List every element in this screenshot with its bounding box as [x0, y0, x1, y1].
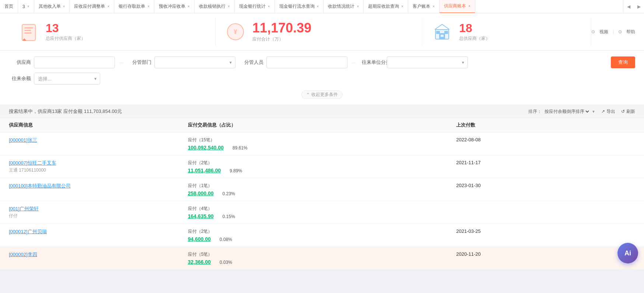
transaction-cell: 应付（1笔） 258,000.00 0.23%	[188, 183, 456, 196]
supplier-name-link[interactable]: [001]广州荣轩	[9, 206, 188, 212]
dept-select-wrapper: ▼	[154, 56, 235, 68]
transaction-cell: 应付（4笔） 164,635.90 0.15%	[188, 206, 456, 219]
nav-next-button[interactable]: ▶	[634, 0, 644, 13]
nav-tab-other-income-label: 其他收入单	[39, 3, 61, 10]
supplier-name-link[interactable]: [000007]恒旺二手叉车	[9, 160, 188, 166]
table-row: [000100]本特勤油品有限公司 应付（1笔） 258,000.00 0.23…	[0, 178, 644, 201]
summary-payable-total: ¥ 11,170.39 应付合计（万）	[216, 18, 422, 46]
nav-tab-overdue-label: 超期应收款查询	[368, 3, 399, 10]
supplier-filter-label: 供应商	[9, 59, 31, 66]
transaction-amount[interactable]: 258,000.00	[188, 190, 214, 196]
header-tx-info: 应付交易信息（占比）	[188, 122, 456, 128]
transaction-label: 应付（1笔）	[188, 183, 456, 189]
nav-tab-bank-deposit-label: 银行存取款单	[119, 3, 145, 10]
nav-prev-button[interactable]: ◀	[623, 0, 634, 13]
supplier-dots-icon[interactable]: ···	[119, 60, 123, 65]
video-icon: ⊙	[591, 29, 595, 34]
search-button[interactable]: 查询	[611, 56, 635, 68]
results-actions: 排序： 按应付余额倒序排序 ▼ ↗ 导出 ↺ 刷新	[528, 108, 635, 115]
help-icon: ⊙	[618, 29, 622, 34]
sort-select[interactable]: 按应付余额倒序排序	[543, 108, 590, 114]
refresh-icon: ↺	[621, 109, 625, 114]
close-icon[interactable]: ×	[107, 4, 109, 8]
divider: |	[613, 29, 614, 34]
close-icon[interactable]: ×	[468, 4, 470, 8]
transaction-pct: 0.23%	[223, 191, 235, 196]
supplier-name-link[interactable]: [000100]本特勤油品有限公司	[9, 183, 188, 189]
person-input[interactable]	[266, 56, 347, 68]
supplier-name-link[interactable]: [000001]张三	[9, 137, 188, 144]
transaction-row: 11,051,486.00 9.89%	[188, 167, 456, 173]
nav-tab-other-income[interactable]: 其他收入单 ×	[34, 0, 70, 13]
nav-tab-ar-adjust[interactable]: 应收应付调整单 ×	[70, 0, 114, 13]
transaction-amount[interactable]: 100,092,540.00	[188, 145, 224, 151]
refresh-button[interactable]: ↺ 刷新	[621, 108, 635, 115]
nav-tab-cash-bank-stat-label: 现金银行统计	[239, 3, 266, 10]
svg-text:¥: ¥	[234, 29, 237, 35]
transaction-label: 应付（4笔）	[188, 206, 456, 212]
summary-payable-suppliers-text: 13 总应付供应商（家）	[46, 22, 85, 42]
close-icon[interactable]: ×	[147, 4, 150, 8]
nav-tab-supplier-account-label: 供应商账本	[444, 3, 466, 9]
nav-tab-home[interactable]: 首页	[0, 0, 18, 13]
transaction-amount[interactable]: 32,366.00	[188, 259, 211, 265]
supplier-info-cell: [000002]李四	[9, 251, 188, 258]
last-payment-cell: 2020-11-20	[456, 251, 635, 257]
nav-tab-overdue[interactable]: 超期应收款查询 ×	[364, 0, 408, 13]
nav-tab-collection-stat[interactable]: 收款情况统计 ×	[323, 0, 364, 13]
help-link[interactable]: 帮助	[626, 29, 635, 35]
transaction-pct: 0.08%	[220, 237, 232, 242]
results-summary: 搜索结果中，供应商13家 应付金额 111,703,854.00元	[9, 108, 122, 115]
nav-tab-cash-bank-flow[interactable]: 现金银行流水查询 ×	[275, 0, 324, 13]
category-select[interactable]	[387, 56, 468, 68]
collapse-label: 收起更多条件	[311, 92, 338, 98]
nav-tab-collection[interactable]: 收款核销执行 ×	[195, 0, 235, 13]
close-icon[interactable]: ×	[63, 4, 65, 8]
transaction-cell: 应付（2笔） 94,600.00 0.08%	[188, 228, 456, 242]
balance-select[interactable]: 选择...	[34, 73, 100, 85]
payable-suppliers-label: 总应付供应商（家）	[46, 35, 85, 42]
nav-tab-bank-deposit[interactable]: 银行存取款单 ×	[114, 0, 154, 13]
coin-icon: ¥	[224, 21, 246, 43]
supplier-filter: 供应商 ···	[9, 56, 123, 68]
person-filter: 分管人员 ···	[241, 56, 356, 68]
supplier-name-link[interactable]: [000012]广州贝瑞	[9, 228, 188, 235]
collapse-button[interactable]: ⌃ 收起更多条件	[301, 90, 343, 99]
nav-tab-supplier-account[interactable]: 供应商账本 ×	[440, 0, 475, 13]
close-icon[interactable]: ×	[433, 4, 435, 8]
nav-tab-customer-account[interactable]: 客户账本 ×	[408, 0, 440, 13]
payable-total-label: 应付合计（万）	[252, 36, 311, 42]
video-link[interactable]: 视频	[599, 29, 608, 35]
transaction-pct: 0.03%	[220, 260, 232, 265]
transaction-label: 应付（15笔）	[188, 137, 456, 143]
svg-rect-3	[24, 32, 32, 34]
nav-tab-home-label: 首页	[4, 3, 13, 10]
last-payment-cell: 2023-01-30	[456, 183, 635, 188]
nav-tab-prepaid[interactable]: 预收冲应收单 ×	[154, 0, 195, 13]
transaction-amount[interactable]: 94,600.00	[188, 236, 211, 242]
nav-tab-cash-bank-stat[interactable]: 现金银行统计 ×	[235, 0, 275, 13]
close-icon[interactable]: ×	[228, 4, 230, 8]
ai-assistant-button[interactable]: Ai	[617, 243, 638, 263]
close-icon[interactable]: ×	[357, 4, 359, 8]
nav-tab-cash-bank-flow-label: 现金银行流水查询	[279, 3, 315, 10]
export-button[interactable]: ↗ 导出	[601, 108, 615, 115]
close-icon[interactable]: ×	[401, 4, 403, 8]
transaction-amount[interactable]: 11,051,486.00	[188, 168, 221, 173]
supplier-input[interactable]	[34, 56, 115, 68]
close-icon[interactable]: ×	[27, 4, 29, 8]
close-icon[interactable]: ×	[188, 4, 190, 8]
refresh-label: 刷新	[626, 108, 635, 115]
close-icon[interactable]: ×	[317, 4, 319, 8]
supplier-name-link[interactable]: [000002]李四	[9, 251, 188, 258]
supplier-info-cell: [000012]广州贝瑞	[9, 228, 188, 235]
chevron-up-icon: ⌃	[306, 92, 310, 97]
transaction-amount[interactable]: 164,635.90	[188, 213, 214, 219]
supplier-info-cell: [000001]张三	[9, 137, 188, 144]
person-dots-icon[interactable]: ···	[352, 60, 356, 65]
table-row: [000012]广州贝瑞 应付（2笔） 94,600.00 0.08% 2021…	[0, 224, 644, 247]
close-icon[interactable]: ×	[268, 4, 270, 8]
nav-tab-3[interactable]: 3 ×	[18, 0, 34, 13]
dept-select[interactable]	[154, 56, 235, 68]
svg-rect-2	[24, 30, 31, 31]
